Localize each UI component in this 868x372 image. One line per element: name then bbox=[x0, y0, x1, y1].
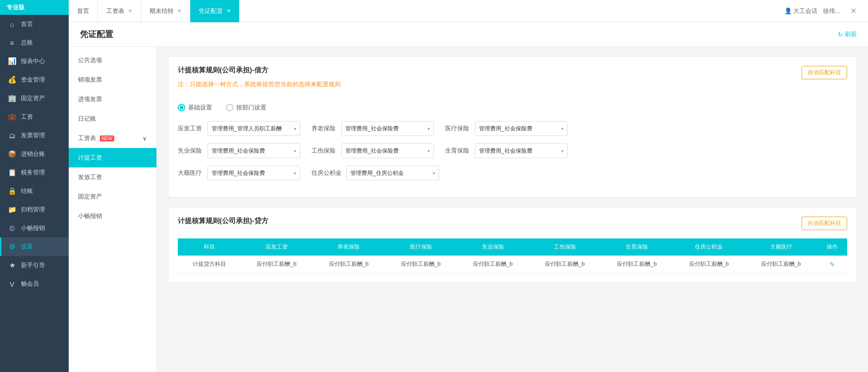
cell-salary: 应付职工薪酬_b bbox=[241, 256, 313, 273]
sidebar-label-general-ledger: 总账 bbox=[21, 38, 33, 47]
field-unemployment: 失业保险 管理费用_社会保险费 ▾ bbox=[178, 143, 300, 158]
select-housing-arrow: ▾ bbox=[433, 171, 435, 176]
col-action: 操作 bbox=[817, 238, 847, 256]
radio-basic[interactable]: 基础设置 bbox=[178, 103, 212, 112]
sidebar-item-closing[interactable]: 🔒 结账 bbox=[0, 182, 69, 200]
tab-period-closing[interactable]: 期末结转 ✕ bbox=[141, 0, 190, 22]
sidebar-label-closing: 结账 bbox=[21, 187, 33, 195]
label-unemployment: 失业保险 bbox=[178, 147, 203, 155]
sidebar-item-settings[interactable]: ⚙ 设置 bbox=[0, 237, 69, 256]
tab-salary-table-label: 工资表 bbox=[106, 7, 124, 15]
col-injury: 工伤保险 bbox=[529, 238, 601, 256]
general-ledger-icon: ≡ bbox=[8, 39, 16, 47]
cell-action[interactable]: ✎ bbox=[817, 256, 847, 273]
sidebar-label-purchase-sales: 进销台账 bbox=[21, 150, 45, 158]
top-bar-right: 👤 大工会话 徐伟... ✕ bbox=[784, 4, 868, 19]
debit-form-row-1: 应发工资 管理费用_管理人员职工薪酬 ▾ 养老保险 管理费用_社会保险费 ▾ bbox=[178, 121, 847, 136]
select-housing-value: 管理费用_住房公积金 bbox=[350, 169, 404, 177]
cell-unemployment: 应付职工薪酬_b bbox=[457, 256, 529, 273]
select-large-medical[interactable]: 管理费用_社会保险费 ▾ bbox=[207, 166, 300, 180]
left-nav-item-journal[interactable]: 日记账 bbox=[69, 109, 156, 128]
sidebar-item-fixed-assets[interactable]: 🏢 固定资产 bbox=[0, 89, 69, 108]
left-nav-item-debit-invoice[interactable]: 进项发票 bbox=[69, 90, 156, 109]
credit-table: 科目 应发工资 养老保险 医疗保险 失业保险 工伤保险 生育保险 住房公积金 大… bbox=[178, 238, 847, 273]
sidebar-label-fixed-assets: 固定资产 bbox=[21, 94, 45, 103]
closing-icon: 🔒 bbox=[8, 187, 16, 195]
select-large-medical-value: 管理费用_社会保险费 bbox=[212, 169, 265, 177]
select-housing[interactable]: 管理费用_住房公积金 ▾ bbox=[346, 166, 439, 180]
sidebar-label-invoice-mgmt: 发票管理 bbox=[21, 131, 45, 140]
credit-auto-match-button[interactable]: 自动匹配科目 bbox=[802, 217, 847, 230]
edition-label: 专业版 bbox=[6, 3, 25, 12]
fixed-assets-icon: 🏢 bbox=[8, 94, 16, 103]
tab-period-closing-close[interactable]: ✕ bbox=[177, 8, 181, 14]
select-injury[interactable]: 管理费用_社会保险费 ▾ bbox=[341, 143, 434, 158]
capital-icon: 💰 bbox=[8, 76, 16, 84]
sidebar-item-purchase-sales[interactable]: 📦 进销台账 bbox=[0, 145, 69, 163]
vip-icon: V bbox=[8, 280, 16, 288]
sidebar-item-capital[interactable]: 💰 资金管理 bbox=[0, 71, 69, 89]
select-pension[interactable]: 管理费用_社会保险费 ▾ bbox=[341, 121, 434, 136]
debit-section-header: 计提核算规则(公司承担)-借方 注：只能选择一种方式，系统将按照您当前的选择来配… bbox=[178, 66, 847, 96]
cell-subject: 计提贷方科目 bbox=[178, 256, 241, 273]
tab-salary-table[interactable]: 工资表 ✕ bbox=[98, 0, 141, 22]
xiaochangbaoxiao-icon: © bbox=[8, 224, 16, 232]
credit-section-header: 计提核算规则(公司承担)-贷方 自动匹配科目 bbox=[178, 217, 847, 231]
left-nav-item-public-options[interactable]: 公共选项 bbox=[69, 51, 156, 70]
sidebar-item-archive[interactable]: 📁 归档管理 bbox=[0, 200, 69, 219]
edit-icon[interactable]: ✎ bbox=[829, 261, 835, 268]
sidebar-label-home: 首页 bbox=[21, 20, 33, 28]
cell-housing: 应付职工薪酬_b bbox=[673, 256, 745, 273]
select-unemployment-arrow: ▾ bbox=[294, 148, 296, 154]
left-nav-item-accrual-salary[interactable]: 计提工资 bbox=[69, 148, 156, 167]
tab-home-label: 首页 bbox=[77, 7, 89, 15]
select-large-medical-arrow: ▾ bbox=[294, 171, 296, 176]
sidebar-item-invoice-mgmt[interactable]: 🗂 发票管理 bbox=[0, 126, 69, 145]
sidebar-item-report-center[interactable]: 📊 报表中心 bbox=[0, 52, 69, 71]
label-injury: 工伤保险 bbox=[311, 147, 337, 155]
left-nav-label-accrual-salary: 计提工资 bbox=[78, 154, 102, 162]
sidebar-item-guide[interactable]: ★ 新手引导 bbox=[0, 256, 69, 275]
archive-icon: 📁 bbox=[8, 205, 16, 214]
debit-auto-match-button[interactable]: 自动匹配科目 bbox=[802, 66, 847, 79]
tab-voucher-config[interactable]: 凭证配置 ✕ bbox=[190, 0, 240, 22]
sidebar-label-guide: 新手引导 bbox=[21, 261, 45, 269]
radio-group: 基础设置 按部门设置 bbox=[178, 103, 847, 112]
col-salary: 应发工资 bbox=[241, 238, 313, 256]
debit-section-title: 计提核算规则(公司承担)-借方 bbox=[178, 66, 341, 75]
tab-voucher-config-close[interactable]: ✕ bbox=[227, 8, 231, 14]
debit-form-row-3: 大额医疗 管理费用_社会保险费 ▾ 住房公积金 管理费用_住房公积金 ▾ bbox=[178, 166, 847, 180]
radio-by-dept[interactable]: 按部门设置 bbox=[226, 103, 266, 112]
window-close-button[interactable]: ✕ bbox=[846, 4, 861, 19]
select-salary[interactable]: 管理费用_管理人员职工薪酬 ▾ bbox=[207, 121, 300, 136]
refresh-label: 刷新 bbox=[845, 30, 857, 38]
radio-basic-label: 基础设置 bbox=[188, 103, 212, 112]
invoice-icon: 🗂 bbox=[8, 132, 16, 140]
sidebar-item-vip[interactable]: V 畅会员 bbox=[0, 275, 69, 293]
tab-home[interactable]: 首页 bbox=[69, 0, 98, 22]
sidebar-item-home[interactable]: ⌂ 首页 bbox=[0, 15, 69, 33]
cell-pension: 应付职工薪酬_b bbox=[313, 256, 385, 273]
select-medical-arrow: ▾ bbox=[561, 126, 564, 131]
left-nav-item-fixed-assets-nav[interactable]: 固定资产 bbox=[69, 187, 156, 206]
sidebar-item-xiaochangbaoxiao[interactable]: © 小畅报销 bbox=[0, 219, 69, 237]
left-nav-item-credit-invoice[interactable]: 销项发票 bbox=[69, 70, 156, 90]
refresh-button[interactable]: ↻ 刷新 bbox=[838, 30, 857, 38]
left-nav-item-salary-table[interactable]: 工资表 NEW ∨ bbox=[69, 128, 156, 148]
select-medical[interactable]: 管理费用_社会保险费 ▾ bbox=[475, 121, 568, 136]
select-maternity[interactable]: 管理费用_社会保险费 ▾ bbox=[475, 143, 568, 158]
left-nav-item-pay-salary[interactable]: 发放工资 bbox=[69, 167, 156, 187]
select-maternity-value: 管理费用_社会保险费 bbox=[479, 147, 532, 155]
sidebar-item-tax-mgmt[interactable]: 📋 税务管理 bbox=[0, 163, 69, 182]
select-unemployment[interactable]: 管理费用_社会保险费 ▾ bbox=[207, 143, 300, 158]
left-nav-item-petty-cash[interactable]: 小畅报销 bbox=[69, 206, 156, 226]
select-unemployment-value: 管理费用_社会保险费 bbox=[212, 147, 265, 155]
field-housing: 住房公积金 管理费用_住房公积金 ▾ bbox=[311, 166, 439, 180]
field-injury: 工伤保险 管理费用_社会保险费 ▾ bbox=[311, 143, 434, 158]
tab-salary-table-close[interactable]: ✕ bbox=[128, 8, 132, 14]
sidebar-item-general-ledger[interactable]: ≡ 总账 bbox=[0, 33, 69, 52]
select-pension-arrow: ▾ bbox=[428, 126, 430, 131]
credit-section-title: 计提核算规则(公司承担)-贷方 bbox=[178, 217, 268, 225]
sidebar-item-salary[interactable]: 💼 工资 bbox=[0, 108, 69, 126]
top-bar: 首页 工资表 ✕ 期末结转 ✕ 凭证配置 ✕ 👤 大工会话 徐伟... ✕ bbox=[69, 0, 868, 22]
